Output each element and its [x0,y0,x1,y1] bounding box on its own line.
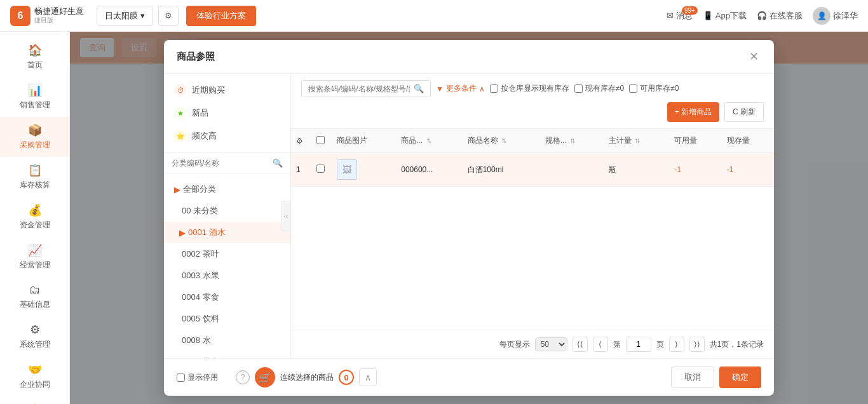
modal-body: ⏱ 近期购买 ★ 新品 ⭐ 频次高 [164,74,774,358]
modal-close-button[interactable]: ✕ [746,49,761,64]
product-search-input[interactable] [308,84,410,93]
modal-footer: 显示停用 ? 🛒 连续选择的商品 0 ∧ 取消 确定 [164,358,774,396]
cart-area: ? 🛒 连续选择的商品 0 ∧ [236,367,377,387]
col-name-header[interactable]: 商品名称 ⇅ [463,129,540,153]
base-icon: 🗂 [29,283,41,297]
online-service-nav[interactable]: 🎧 在线客服 [757,10,803,22]
select-all-checkbox[interactable] [316,136,325,144]
sort-icon-unit: ⇅ [635,137,640,144]
row-checkbox[interactable] [316,165,325,173]
purchase-icon: 📦 [28,123,42,137]
category-search-icon[interactable]: 🔍 [273,158,283,168]
logo: 6 畅捷通好生意 捷目版 [10,6,84,26]
sidebar-item-finance[interactable]: 💰 资金管理 [0,197,69,237]
category-item-0004[interactable]: 0004 零食 [164,286,290,308]
help-icon[interactable]: ? [236,370,250,384]
prev-page-button[interactable]: ⟨ [593,337,608,352]
messages-nav[interactable]: ✉ 消息 99+ [667,10,693,22]
sidebar-item-enterprise[interactable]: 🤝 企业协同 [0,356,69,396]
checkbox-current-input[interactable] [574,84,583,93]
sidebar-item-guide[interactable]: 🌟 新手引导 [0,396,69,404]
quick-nav: ⏱ 近期购买 ★ 新品 ⭐ 频次高 [164,74,290,153]
col-available-header[interactable]: 可用量 [669,129,721,153]
col-stock-header[interactable]: 现存量 [722,129,774,153]
footer-left: 显示停用 [177,372,218,383]
add-product-button[interactable]: + 新增商品 [667,102,719,122]
logo-icon: 6 [10,6,31,26]
enterprise-icon: 🤝 [28,363,42,377]
cell-img: 🖼 [332,153,396,187]
checkbox-available-input[interactable] [629,84,637,93]
app-download-nav[interactable]: 📱 App下载 [703,10,747,22]
first-page-button[interactable]: ⟨⟨ [573,337,588,352]
sidebar-label-base: 基础信息 [20,299,50,310]
footer-right: 取消 确定 [671,367,761,388]
confirm-button[interactable]: 确定 [719,367,761,388]
checkbox-warehouse-stock[interactable]: 按仓库显示现有库存 [490,83,569,94]
category-item-0008[interactable]: 0008 水 [164,330,290,351]
show-disabled-input[interactable] [177,374,185,382]
col-checkbox[interactable] [311,129,332,153]
last-page-button[interactable]: ⟩⟩ [689,337,705,352]
quick-nav-new[interactable]: ★ 新品 [164,102,290,125]
checkbox-current-stock[interactable]: 现有库存≠0 [574,83,624,94]
stock-icon: 📋 [28,163,42,177]
category-item-all[interactable]: ▶ 全部分类 [164,178,290,200]
category-item-0002[interactable]: 0002 茶叶 [164,243,290,265]
cart-icon[interactable]: 🛒 [255,367,275,387]
table-row[interactable]: 1 🖼 000600... 白酒100ml 瓶 [291,153,774,187]
cell-spec [540,153,604,187]
cell-checkbox[interactable] [311,153,332,187]
filter-more-button[interactable]: ▼ 更多条件 ∧ [436,83,485,94]
col-spec-header[interactable]: 规格... ⇅ [540,129,604,153]
cell-code: 000600... [396,153,462,187]
message-icon: ✉ [667,11,674,20]
page-input[interactable] [626,337,651,352]
quick-nav-freq[interactable]: ⭐ 频次高 [164,125,290,147]
next-page-button[interactable]: ⟩ [669,337,684,352]
gear-icon: ⚙ [165,11,172,20]
category-item-0003[interactable]: 0003 水果 [164,265,290,286]
sidebar-item-system[interactable]: ⚙ 系统管理 [0,316,69,356]
nav-dropdown[interactable]: 日太阳膜 ▾ [97,6,153,26]
search-icon[interactable]: 🔍 [414,84,424,93]
col-unit-header[interactable]: 主计量 ⇅ [604,129,669,153]
cell-index: 1 [291,153,311,187]
user-menu[interactable]: 👤 徐泽华 [813,7,858,25]
gear-button[interactable]: ⚙ [158,6,179,26]
page-prefix-label: 第 [613,339,621,350]
per-page-select[interactable]: 50 20 100 [535,337,567,351]
per-page-label: 每页显示 [499,339,530,350]
checkbox-available-stock[interactable]: 可用库存≠0 [629,83,679,94]
category-item-00[interactable]: 00 未分类 [164,200,290,222]
col-code-header[interactable]: 商品... ⇅ [396,129,462,153]
collapse-cart-button[interactable]: ∧ [359,368,377,386]
checkbox-warehouse-input[interactable] [490,84,498,93]
refresh-button[interactable]: C 刷新 [724,102,764,122]
system-icon: ⚙ [30,323,40,337]
collapse-panel-button[interactable]: ‹‹ [281,201,291,231]
show-disabled-checkbox[interactable]: 显示停用 [177,372,218,383]
main-content: 查询 设置 刷新 商品参照 ✕ [70,32,868,404]
col-settings[interactable]: ⚙ [291,129,311,153]
page-suffix-label: 页 [656,339,664,350]
avatar: 👤 [813,7,831,25]
sidebar-item-stock[interactable]: 📋 库存核算 [0,157,69,197]
trial-button[interactable]: 体验行业方案 [186,6,256,26]
category-list: ▶ 全部分类 00 未分类 ▶ 0001 酒水 0002 茶 [164,173,290,358]
chevron-up-icon: ∧ [479,84,485,93]
sidebar-item-purchase[interactable]: 📦 采购管理 [0,117,69,157]
quick-nav-recent[interactable]: ⏱ 近期购买 [164,79,290,102]
sidebar-item-base[interactable]: 🗂 基础信息 [0,277,69,316]
sidebar-item-sales[interactable]: 📊 销售管理 [0,77,69,117]
sidebar-label-enterprise: 企业协同 [20,379,50,390]
cancel-button[interactable]: 取消 [671,367,714,388]
category-search-input[interactable] [172,159,270,168]
sidebar-label-purchase: 采购管理 [20,140,50,151]
sidebar-item-ops[interactable]: 📈 经营管理 [0,237,69,277]
pagination: 每页显示 50 20 100 ⟨⟨ ⟨ 第 页 ⟩ [291,330,774,358]
sidebar-item-home[interactable]: 🏠 首页 [0,37,69,77]
category-item-0005[interactable]: 0005 饮料 [164,308,290,330]
category-item-0001[interactable]: ▶ 0001 酒水 [164,222,290,243]
category-item-0010[interactable]: 0010 家电 [164,351,290,358]
